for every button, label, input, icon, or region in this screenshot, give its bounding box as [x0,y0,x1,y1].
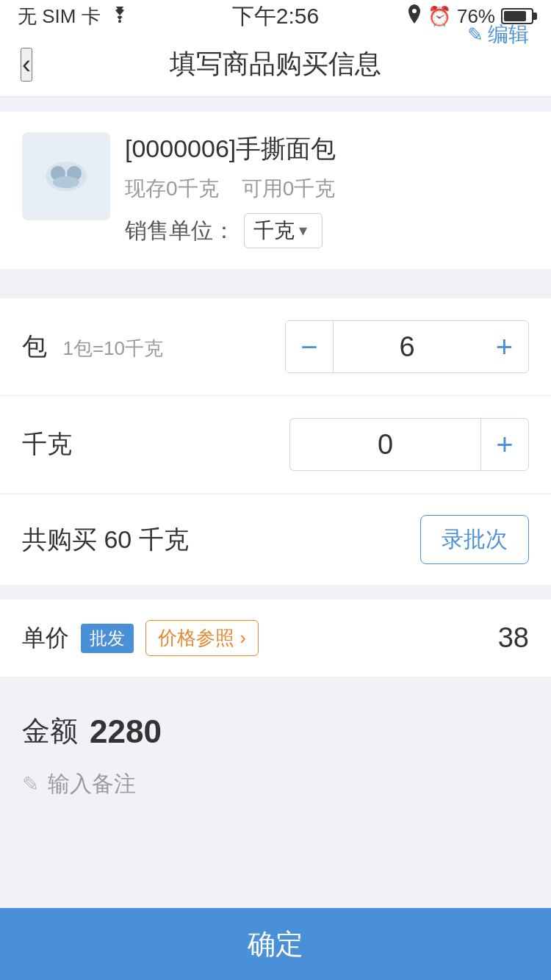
amount-label: 金额 [22,713,78,750]
pencil-icon: ✎ [22,772,39,796]
edit-label: 编辑 [488,21,529,48]
kilogram-label: 千克 [22,428,289,461]
status-left: 无 SIM 卡 [18,4,132,29]
kilogram-quantity-control: + [289,418,529,471]
package-quantity-control: − + [285,320,529,373]
kilogram-label-text: 千克 [22,430,72,458]
wifi-icon [108,5,132,28]
carrier-text: 无 SIM 卡 [18,4,101,29]
available-text: 可用0千克 [242,177,336,200]
product-unit-row: 销售单位： 千克 ▾ [125,213,529,248]
back-button[interactable]: ‹ [21,48,32,82]
package-label-text: 包 [22,332,47,360]
price-value: 38 [498,622,529,654]
product-name: [0000006]手撕面包 [125,132,529,166]
package-minus-button[interactable]: − [285,320,334,373]
remark-row[interactable]: ✎ 输入备注 [22,757,529,821]
amount-section: 金额 2280 ✎ 输入备注 [0,677,551,821]
batch-button[interactable]: 录批次 [420,515,529,564]
remark-placeholder: 输入备注 [48,769,136,799]
price-row: 单价 批发 价格参照 › 38 [22,620,529,656]
package-input-row: 包 1包=10千克 − + [0,298,551,396]
edit-button[interactable]: ✎ 编辑 [467,21,529,48]
input-section: 包 1包=10千克 − + 千克 + 共购买 60 千克 录批次 [0,298,551,585]
package-hint: 1包=10千克 [62,337,163,359]
product-info: [0000006]手撕面包 现存0千克 可用0千克 销售单位： 千克 ▾ [125,132,529,248]
chevron-down-icon: ▾ [299,221,307,240]
product-image [22,132,110,220]
package-input[interactable] [334,320,480,373]
bottom-spacer [0,821,551,909]
svg-point-0 [118,20,121,23]
alarm-icon: ⏰ [428,5,451,28]
stock-text: 现存0千克 [125,177,219,200]
separator-1 [0,269,551,284]
package-plus-button[interactable]: + [480,320,529,373]
product-stock: 现存0千克 可用0千克 [125,175,529,203]
price-section: 单价 批发 价格参照 › 38 [0,599,551,677]
summary-row: 共购买 60 千克 录批次 [0,494,551,585]
unit-select[interactable]: 千克 ▾ [244,213,323,248]
edit-icon: ✎ [467,24,483,46]
amount-row: 金额 2280 [22,698,529,757]
location-icon [407,4,422,29]
amount-value: 2280 [90,713,162,750]
package-label: 包 1包=10千克 [22,330,285,364]
page-title: 填写商品购买信息 [170,46,381,82]
price-ref-button[interactable]: 价格参照 › [145,620,259,656]
product-card: [0000006]手撕面包 现存0千克 可用0千克 销售单位： 千克 ▾ ✎ 编… [0,112,551,269]
kilogram-input-row: 千克 + [0,396,551,494]
unit-label: 销售单位： [125,216,235,246]
separator-2 [0,585,551,599]
price-label: 单价 [22,622,69,655]
kilogram-input[interactable] [289,418,480,471]
svg-point-4 [53,176,79,188]
confirm-button[interactable]: 确定 [0,908,551,980]
price-badge: 批发 [81,624,134,653]
kilogram-plus-button[interactable]: + [480,418,529,471]
unit-value: 千克 [253,217,295,245]
summary-text: 共购买 60 千克 [22,523,189,557]
status-time: 下午2:56 [232,1,319,32]
